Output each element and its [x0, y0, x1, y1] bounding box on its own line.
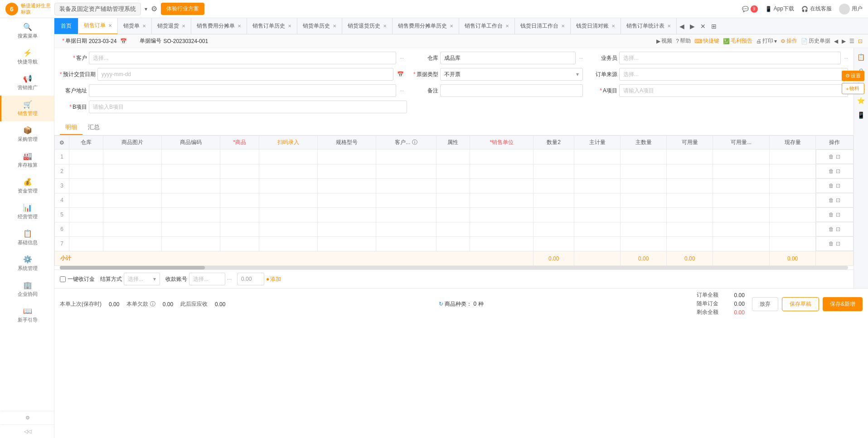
- sidebar-item-inventory[interactable]: 🏭 库存核算: [0, 147, 54, 173]
- row-4-current[interactable]: [770, 193, 816, 207]
- row-7-code[interactable]: [162, 236, 220, 251]
- row-6-warehouse[interactable]: [69, 222, 103, 236]
- row-5-product[interactable]: [220, 207, 259, 222]
- sidebar-collapse-btn[interactable]: ⚙: [0, 411, 54, 424]
- tab-sales-stats[interactable]: 销售订单统计表 ✕: [621, 18, 677, 34]
- row-1-unit[interactable]: [470, 149, 533, 164]
- row-5-unit[interactable]: [470, 207, 533, 222]
- row-7-scan[interactable]: [259, 236, 317, 251]
- row-4-qty2[interactable]: [533, 193, 574, 207]
- row-5-image[interactable]: [103, 207, 161, 222]
- discard-btn[interactable]: 放弃: [752, 297, 778, 311]
- remark-input[interactable]: [440, 84, 583, 97]
- address-more-btn[interactable]: ···: [400, 88, 403, 93]
- row-6-delete-icon[interactable]: 🗑: [829, 226, 834, 232]
- row-5-spec[interactable]: [318, 207, 376, 222]
- save-new-btn[interactable]: 保存&新增: [823, 297, 863, 311]
- row-3-main-unit[interactable]: [574, 178, 621, 193]
- tab-sales-fee-split[interactable]: 销售费用分摊单 ✕: [191, 18, 247, 34]
- tab-detail[interactable]: 明细: [60, 120, 82, 135]
- add-payment-btn[interactable]: ● 添加: [266, 275, 281, 283]
- row-2-current[interactable]: [770, 164, 816, 178]
- row-2-available2[interactable]: [713, 164, 770, 178]
- row-2-main-unit[interactable]: [574, 164, 621, 178]
- row-4-product[interactable]: [220, 193, 259, 207]
- sidebar-item-search[interactable]: 🔍 搜索菜单: [0, 18, 54, 44]
- column-settings-icon[interactable]: ⚙: [57, 140, 67, 146]
- row-4-main-qty[interactable]: [621, 193, 667, 207]
- row-2-product[interactable]: [220, 164, 259, 178]
- row-7-warehouse[interactable]: [69, 236, 103, 251]
- row-6-main-qty[interactable]: [621, 222, 667, 236]
- print-btn[interactable]: 🖨 打印 ▾: [756, 37, 777, 45]
- notification-area[interactable]: 💬 9: [742, 5, 758, 13]
- row-3-product[interactable]: [220, 178, 259, 193]
- row-4-delete-icon[interactable]: 🗑: [829, 197, 834, 203]
- tab-fee-split-history-close[interactable]: ✕: [450, 24, 453, 29]
- row-5-copy-icon[interactable]: ⊡: [836, 212, 840, 218]
- sidebar-item-enterprise[interactable]: 🏢 企业协同: [0, 276, 54, 302]
- row-6-scan[interactable]: [259, 222, 317, 236]
- tab-order-workbench-close[interactable]: ✕: [505, 24, 509, 29]
- tab-sales-return[interactable]: 销货单 ✕: [118, 18, 152, 34]
- row-4-copy-icon[interactable]: ⊡: [836, 197, 840, 203]
- sidebar-item-finance[interactable]: 💰 资金管理: [0, 173, 54, 199]
- tab-sales-stats-close[interactable]: ✕: [667, 24, 671, 29]
- staff-input[interactable]: 选择...: [619, 52, 841, 64]
- scrollbar-thumb[interactable]: [60, 266, 205, 270]
- row-1-available2[interactable]: [713, 149, 770, 164]
- tab-summary[interactable]: 汇总: [82, 120, 105, 135]
- detail-view-btn[interactable]: ⊡: [858, 38, 863, 44]
- row-7-available2[interactable]: [713, 236, 770, 251]
- tab-more-btn[interactable]: ⊞: [708, 23, 719, 30]
- row-1-main-qty[interactable]: [621, 149, 667, 164]
- row-6-attribute[interactable]: [436, 222, 470, 236]
- row-2-spec[interactable]: [318, 164, 376, 178]
- row-4-available[interactable]: [667, 193, 713, 207]
- warehouse-input[interactable]: 成品库: [440, 52, 576, 64]
- system-name-display[interactable]: 装备及固定资产辅助管理系统: [54, 3, 141, 15]
- tab-sales-order-close[interactable]: ✕: [108, 23, 112, 28]
- row-1-available[interactable]: [667, 149, 713, 164]
- b-project-input[interactable]: 请输入B项目: [89, 101, 407, 113]
- tab-cash-reconcile-close[interactable]: ✕: [611, 24, 615, 29]
- staff-more-btn[interactable]: ···: [844, 56, 848, 61]
- row-1-attribute[interactable]: [436, 149, 470, 164]
- history-btn[interactable]: 📄 历史单据: [801, 37, 830, 45]
- table-scrollbar[interactable]: [60, 266, 848, 270]
- row-5-attribute[interactable]: [436, 207, 470, 222]
- row-3-main-qty[interactable]: [621, 178, 667, 193]
- row-5-available2[interactable]: [713, 207, 770, 222]
- row-7-product[interactable]: [220, 236, 259, 251]
- one-click-payment-label[interactable]: 一键收订金: [60, 275, 95, 283]
- row-2-delete-icon[interactable]: 🗑: [829, 168, 834, 174]
- row-7-available[interactable]: [667, 236, 713, 251]
- tab-prev-btn[interactable]: ◀: [677, 23, 687, 30]
- print-dropdown-icon[interactable]: ▾: [774, 38, 777, 44]
- row-7-attribute[interactable]: [436, 236, 470, 251]
- tab-sales-history[interactable]: 销售订单历史 ✕: [247, 18, 297, 34]
- row-4-main-unit[interactable]: [574, 193, 621, 207]
- tab-return-hist2-close[interactable]: ✕: [383, 24, 387, 29]
- row-1-qty2[interactable]: [533, 149, 574, 164]
- row-6-code[interactable]: [162, 222, 220, 236]
- order-source-input[interactable]: 选择...: [619, 68, 848, 81]
- row-2-unit[interactable]: [470, 164, 533, 178]
- row-1-copy-icon[interactable]: ⊡: [836, 154, 840, 160]
- sidebar-toggle-btn[interactable]: ◁◁: [0, 424, 54, 438]
- tab-sales-order[interactable]: 销售订单 ✕: [78, 18, 118, 34]
- tab-cash-daily-close[interactable]: ✕: [561, 24, 565, 29]
- row-6-customer-code[interactable]: [376, 222, 436, 236]
- warehouse-more-btn[interactable]: ···: [579, 56, 583, 61]
- tab-order-workbench[interactable]: 销售订单工作台 ✕: [459, 18, 515, 34]
- sidebar-item-quick-nav[interactable]: ⚡ 快捷导航: [0, 44, 54, 70]
- row-3-scan[interactable]: [259, 178, 317, 193]
- row-1-customer-code[interactable]: [376, 149, 436, 164]
- tab-home[interactable]: 首页: [54, 18, 78, 34]
- row-1-spec[interactable]: [318, 149, 376, 164]
- tab-return-goods-close[interactable]: ✕: [182, 24, 185, 29]
- row-7-main-qty[interactable]: [621, 236, 667, 251]
- account-more-btn[interactable]: ···: [227, 276, 232, 282]
- customer-input[interactable]: 选择...: [89, 52, 396, 64]
- customer-more-btn[interactable]: ···: [400, 56, 403, 61]
